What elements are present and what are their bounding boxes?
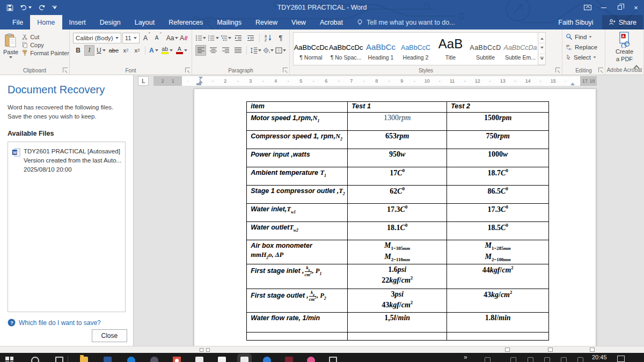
table-header-cell[interactable]: Test 2 — [447, 102, 549, 113]
file-explorer-icon[interactable] — [80, 357, 88, 362]
table-cell[interactable]: 86.5C0 — [447, 186, 549, 204]
table-cell[interactable]: Stage 1 compressor outlet ,T2 — [247, 186, 348, 204]
styles-scroll-up-icon[interactable] — [538, 33, 545, 43]
table-cell[interactable]: 1300rpm — [348, 113, 447, 131]
ribbon-display-options-icon[interactable] — [580, 0, 596, 15]
replace-button[interactable]: abac Replace — [566, 42, 602, 51]
copy-button[interactable]: Copy — [21, 42, 69, 48]
table-cell[interactable]: First stage inlet ,kgcm2, P1 — [247, 264, 348, 289]
close-icon[interactable]: × — [628, 0, 644, 15]
signed-in-user[interactable]: Faith Sibuyi — [558, 19, 593, 26]
tab-review[interactable]: Review — [248, 15, 284, 29]
grow-font-button[interactable]: A — [141, 33, 151, 43]
table-cell[interactable]: Water outletTw2 — [247, 222, 348, 240]
font-size-combobox[interactable]: 11 — [122, 33, 140, 43]
line-spacing-button[interactable] — [250, 45, 261, 56]
horizontal-ruler[interactable]: 21 123456789101112131415 1718 — [153, 76, 597, 86]
table-cell[interactable]: 43kg/cm2 — [447, 289, 549, 313]
table-cell[interactable]: 1.8l/min — [447, 313, 549, 333]
tray-icon[interactable] — [485, 357, 491, 362]
share-button[interactable]: Share — [602, 15, 643, 29]
tell-me-box[interactable]: Tell me what you want to do... — [350, 15, 462, 29]
app-icon-light-2[interactable] — [240, 357, 248, 362]
search-icon[interactable] — [31, 357, 39, 362]
recovery-close-button[interactable]: Close — [92, 329, 128, 342]
left-indent-marker[interactable] — [196, 83, 201, 85]
table-cell[interactable]: 17.3C0 — [348, 204, 447, 222]
paste-dropdown-caret[interactable] — [9, 56, 12, 58]
sort-button[interactable]: AZ — [263, 33, 274, 43]
style-no-spac[interactable]: AaBbCcDc¶ No Spac... — [328, 33, 363, 65]
style-heading-2[interactable]: AaBbCcCHeading 2 — [398, 33, 433, 65]
recovered-file-item[interactable]: W TDY2601 PRACTICAL [Autosaved] Version … — [12, 147, 121, 175]
table-cell[interactable]: M1=305mmM2=110mm — [348, 240, 447, 264]
undo-dropdown-caret[interactable] — [28, 6, 32, 9]
superscript-button[interactable]: x2 — [132, 45, 142, 56]
recovery-help-link[interactable]: ? Which file do I want to save? — [8, 319, 101, 327]
table-cell[interactable]: 18.7C0 — [447, 167, 549, 186]
style-title[interactable]: AaBTitle — [433, 33, 468, 65]
create-pdf-button[interactable]: A Create a PDF — [616, 32, 633, 63]
font-color-button[interactable]: A — [175, 45, 188, 56]
style-subtle-em[interactable]: AaBbCcDaSubtle Em... — [503, 33, 538, 65]
table-cell[interactable]: 44kgf/cm2 — [447, 264, 549, 289]
app-icon-gray[interactable] — [150, 357, 158, 362]
increase-indent-button[interactable] — [245, 33, 256, 43]
table-cell[interactable]: Compressor speed 1, rpm,N2 — [247, 131, 348, 149]
styles-more-icon[interactable] — [538, 54, 545, 65]
app-icon-light-1[interactable] — [195, 357, 203, 362]
multilevel-list-button[interactable] — [221, 33, 231, 43]
style-normal[interactable]: AaBbCcDc¶ Normal — [294, 33, 328, 65]
table-cell[interactable]: 18.5C0 — [447, 222, 549, 240]
align-right-button[interactable] — [220, 45, 231, 56]
read-mode-view-icon[interactable] — [505, 348, 510, 352]
clipboard-dialog-launcher-icon[interactable] — [63, 68, 68, 72]
table-cell[interactable]: Water inlet,Tw1 — [247, 204, 348, 222]
text-effects-button[interactable]: A — [148, 45, 159, 56]
tab-home[interactable]: Home — [30, 15, 62, 29]
style-subtitle[interactable]: AaBbCcDSubtitle — [468, 33, 503, 65]
print-layout-view-icon[interactable] — [548, 348, 553, 352]
table-cell[interactable]: 1500rpm — [447, 113, 549, 131]
style-heading-1[interactable]: AaBbCcHeading 1 — [363, 33, 398, 65]
tab-references[interactable]: References — [162, 15, 210, 29]
table-cell[interactable] — [247, 333, 348, 341]
table-cell[interactable]: 1,5l/min — [348, 313, 447, 333]
tab-view[interactable]: View — [284, 15, 313, 29]
numbering-button[interactable] — [208, 33, 218, 43]
restore-icon[interactable] — [612, 0, 628, 15]
edge-icon[interactable] — [127, 357, 135, 362]
cut-button[interactable]: Cut — [21, 34, 69, 40]
start-button[interactable] — [5, 357, 13, 362]
table-cell[interactable]: 1.6psi22kgf/cm2 — [348, 264, 447, 289]
first-line-indent-marker[interactable] — [199, 77, 203, 79]
chrome-icon[interactable] — [173, 357, 181, 362]
subscript-button[interactable]: x2 — [121, 45, 131, 56]
bullets-button[interactable] — [195, 33, 206, 43]
action-center-icon[interactable] — [617, 356, 625, 362]
decrease-indent-button[interactable] — [233, 33, 244, 43]
format-painter-button[interactable]: Format Painter — [21, 50, 69, 56]
table-cell[interactable]: 750rpm — [447, 131, 549, 149]
italic-button[interactable]: I — [84, 45, 94, 56]
styles-scroll-down-icon[interactable] — [538, 43, 545, 54]
web-layout-view-icon[interactable] — [590, 348, 595, 352]
strikethrough-button[interactable]: abe — [108, 45, 120, 56]
show-formatting-marks-button[interactable]: ¶ — [275, 33, 286, 43]
table-cell[interactable]: Ambient temperature T1 — [247, 167, 348, 186]
shrink-font-button[interactable]: A — [152, 33, 162, 43]
table-cell[interactable]: Water flow rate, 1/min — [247, 313, 348, 333]
font-family-combobox[interactable]: Calibri (Body) — [73, 33, 121, 43]
bold-button[interactable]: B — [73, 45, 83, 56]
find-button[interactable]: Find — [566, 32, 602, 41]
tab-stop-selector[interactable]: L — [138, 76, 149, 86]
app-icon-docs[interactable] — [218, 357, 226, 362]
customize-quick-access-icon[interactable] — [52, 6, 57, 9]
app-icon-pink[interactable] — [307, 357, 315, 362]
clear-formatting-button[interactable]: A — [179, 33, 189, 43]
table-cell[interactable]: First stage outlet ,kgcm2, P2 — [247, 289, 348, 313]
justify-button[interactable] — [232, 45, 243, 56]
tray-icon[interactable] — [528, 357, 533, 362]
table-cell[interactable]: 62C0 — [348, 186, 447, 204]
task-view-icon[interactable] — [55, 357, 63, 362]
